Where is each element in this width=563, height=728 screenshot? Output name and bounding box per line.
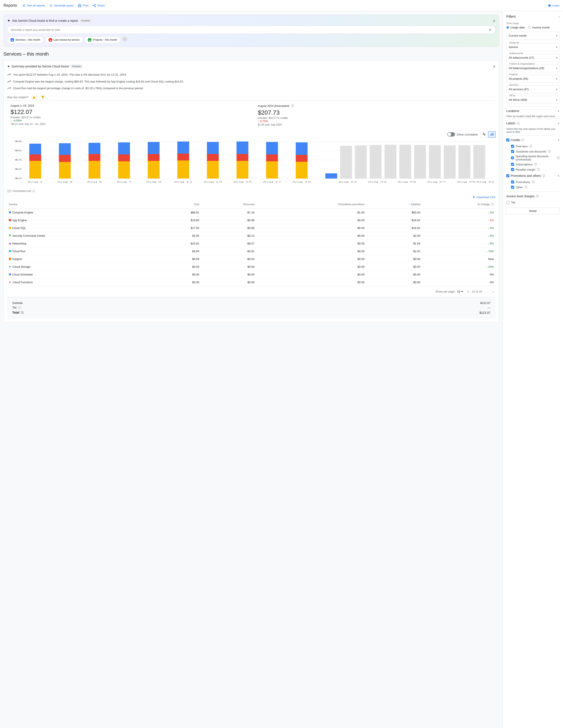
discounts-cell: -$4.91 [201,247,256,255]
forecast-note: includes -$43.27 in credits [258,117,492,120]
table-row: ★Cloud Storage $0.04 $0.00 $0.00 $0.04 ↓… [7,263,496,271]
bar-chart-button[interactable] [488,131,496,138]
usage-date-radio[interactable] [506,26,509,29]
learn-link[interactable]: Learn [548,4,560,7]
discounts-cell: -$9.27 [201,240,256,247]
gemini-search-input[interactable] [11,28,488,31]
discounts-cell: -$0.98 [201,216,256,224]
summary-bullets: You spent $122.07 between Aug 1-19, 2024… [7,71,496,92]
other-checkbox[interactable] [511,186,514,189]
download-csv-button[interactable]: Download CSV [472,196,496,199]
svg-rect-45 [177,160,189,179]
service-name-cell: Security Command Center [7,232,156,240]
free-tiers-checkbox[interactable] [511,145,514,148]
svg-rect-68 [444,145,456,179]
trend-icon-2 [7,80,11,84]
total-label: Total ⓘ [11,310,232,315]
svg-rect-54 [266,161,278,179]
spending-based-checkbox[interactable] [511,156,514,159]
projects-select[interactable]: All projects (55) [506,75,560,83]
invoice-month-option[interactable]: Invoice month [528,26,550,29]
col-service: Service [7,201,156,209]
rows-per-page-select[interactable]: 10 25 50 [456,290,464,293]
chip-projects-month[interactable]: ☁ Projects – this month [84,36,120,43]
discounts-cell: $0.00 [201,278,256,286]
chip-last-invoice[interactable]: ☁ Last invoice by service [45,36,83,43]
reset-button[interactable]: Reset [506,207,560,215]
promotions-cell: $0.00 [256,278,366,286]
svg-rect-58 [296,155,308,162]
sustained-use-checkbox[interactable] [511,150,514,153]
labels-header[interactable]: Labels ⓘ ∨ [506,121,560,125]
service-name-cell: App Engine [7,216,156,224]
summary-collapse-button[interactable]: ∧ [493,64,496,69]
tax-info-icon: ⓘ [18,306,21,309]
service-name-cell: ★Cloud Storage [7,263,156,271]
svg-text:Aug 11: Aug 11 [174,181,193,183]
current-month-select[interactable]: Current month [506,32,560,40]
invoice-info-icon: ⓘ [536,194,539,198]
credits-checkbox[interactable] [506,138,509,142]
share-link[interactable]: Share [93,4,105,7]
quick-chips: ☁ Services – this month ☁ Last invoice b… [7,36,496,43]
chips-arrow-button[interactable]: › [122,36,127,42]
promotions-others-checkbox[interactable] [506,174,509,177]
promotions-cell: $0.00 [256,255,366,263]
prev-page-button[interactable]: ‹ [485,289,490,294]
line-chart-button[interactable] [480,131,488,138]
subscriptions-checkbox[interactable] [511,163,514,166]
locations-sub: Filter by location data like region and … [506,115,560,118]
promotions-checkbox[interactable] [511,180,514,184]
chip-services-month[interactable]: ☁ Services – this month [7,36,44,43]
tax-row: Tax ⓘ — [11,305,492,310]
invoice-month-radio[interactable] [528,26,531,29]
gemini-collapse-button[interactable]: ∧ [493,18,496,23]
svg-text:Aug 13: Aug 13 [203,181,222,183]
next-page-button[interactable]: › [491,289,496,294]
folders-select[interactable]: All folders/organizations (28) [506,64,560,72]
see-all-reports-link[interactable]: See all reports [22,4,45,7]
locations-expand-icon: ∨ [558,109,560,112]
svg-text:Aug 15: Aug 15 [233,181,252,183]
subaccounts-select[interactable]: All subaccounts (27) [506,54,560,62]
services-select[interactable]: All services (47) [506,85,560,93]
generate-query-link[interactable]: Generate query [49,4,73,7]
table-row: Compute Engine $88.81 -$7.18 -$1.00 $80.… [7,208,496,216]
credits-title: Credits ⓘ ∧ [506,138,560,142]
subscriptions-info-icon: ⓘ [534,162,537,166]
tax-checkbox[interactable] [506,201,509,204]
svg-rect-56 [266,142,278,154]
table-actions: Download CSV [7,194,496,201]
arrow-up-icon: ↑ [258,120,259,123]
svg-rect-32 [29,144,41,154]
svg-text:Aug 5: Aug 5 [87,181,102,183]
usage-date-option[interactable]: Usage date [506,26,525,29]
promotions-sub-items: Promotions ⓘ Other ⓘ [506,179,560,190]
total-info-icon: ⓘ [21,311,23,314]
reseller-margin-checkbox[interactable] [511,168,514,171]
summary-card: ✦ Summary provided by Gemini Cloud Assis… [3,60,499,322]
print-link[interactable]: Print [78,4,88,7]
svg-rect-49 [207,154,219,161]
thumbdown-button[interactable]: 👎 [40,94,46,100]
skus-select[interactable]: All SKUs (408) [506,96,560,104]
tax-item: Tax [506,200,560,205]
svg-text:$6: $6 [14,149,22,151]
promotions-item: Promotions ⓘ [511,179,560,185]
cumulative-toggle-switch[interactable] [447,132,455,137]
svg-text:☁: ☁ [11,39,13,41]
service-name-cell: Cloud Run [7,247,156,255]
filters-expand-button[interactable]: › [558,15,560,19]
svg-text:$8: $8 [14,140,22,142]
gemini-title: ✦ Ask Gemini Cloud Assist to find or cre… [7,18,92,23]
group-by-select[interactable]: Service [506,43,560,51]
thumbup-button[interactable]: 👍 [31,94,37,100]
projects-label: Projects [508,73,519,76]
current-change: ↓ -4.09% [11,119,245,122]
service-name-cell: ★Cloud Functions [7,278,156,286]
promotions-cell: $0.00 [256,232,366,240]
gemini-header: ✦ Ask Gemini Cloud Assist to find or cre… [7,18,496,23]
group-by-select-wrapper: Group by Service [506,43,560,51]
svg-rect-66 [414,145,426,179]
locations-header[interactable]: Locations ∨ [506,109,560,113]
